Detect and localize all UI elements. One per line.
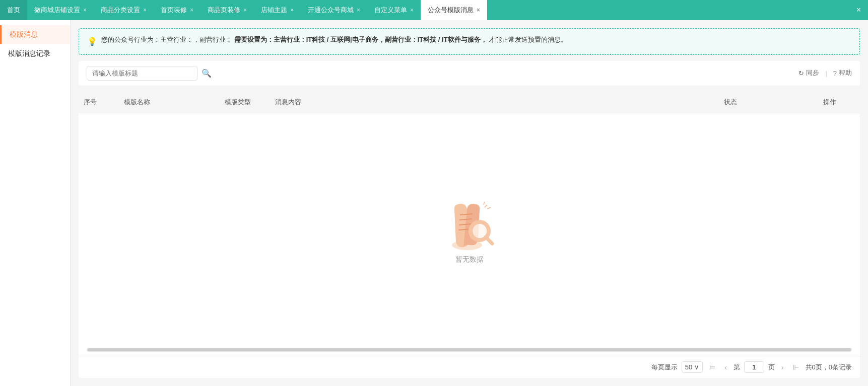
page-size-dropdown-icon: ∨ (694, 363, 699, 371)
empty-text: 暂无数据 (455, 255, 484, 264)
sidebar-item-0[interactable]: 模版消息 (0, 25, 70, 44)
search-right: ↻ 同步 | ? 帮助 (798, 68, 852, 78)
alert-text: 您的公众号行业为：主营行业：，副营行业： 需要设置为：主营行业：IT科技 / 互… (101, 35, 567, 45)
nav-close-8[interactable]: × (477, 7, 480, 14)
current-page-input[interactable]: 1 (744, 361, 764, 373)
alert-highlight: 需要设置为：主营行业：IT科技 / 互联网|电子商务，副营行业：IT科技 / I… (234, 36, 487, 43)
nav-item-8[interactable]: 公众号模版消息× (421, 0, 487, 20)
prev-page-button[interactable]: ‹ (722, 362, 729, 372)
nav-item-5[interactable]: 店铺主题× (254, 0, 301, 20)
alert-icon: 💡 (87, 35, 97, 48)
page-size-value: 50 (685, 363, 692, 371)
page-size-label: 每页显示 (651, 363, 678, 372)
nav-item-7[interactable]: 自定义菜单× (367, 0, 421, 20)
page-label-suffix: 页 (768, 363, 775, 372)
alert-text-after: 才能正常发送预置的消息。 (489, 36, 567, 43)
nav-close-6[interactable]: × (357, 7, 360, 14)
alert-text-before: 您的公众号行业为：主营行业：，副营行业： (101, 36, 232, 43)
first-page-button[interactable]: ⊨ (707, 362, 718, 372)
last-page-button[interactable]: ⊩ (790, 362, 802, 372)
table-container: 序号 模版名称 模版类型 消息内容 状态 操作 (79, 92, 860, 378)
svg-line-7 (486, 237, 492, 244)
divider: | (825, 69, 827, 77)
col-action: 操作 (799, 92, 860, 113)
svg-line-9 (487, 207, 491, 209)
search-left: 🔍 (87, 66, 212, 81)
sidebar: 模版消息模版消息记录 (0, 20, 71, 386)
nav-item-3[interactable]: 首页装修× (154, 0, 201, 20)
nav-close-1[interactable]: × (83, 7, 87, 14)
svg-line-8 (485, 205, 487, 207)
col-name: 模版名称 (119, 92, 220, 113)
nav-item-2[interactable]: 商品分类设置× (94, 0, 154, 20)
page-label-prefix: 第 (733, 363, 740, 372)
nav-close-7[interactable]: × (410, 7, 414, 14)
nav-item-1[interactable]: 微商城店铺设置× (27, 0, 94, 20)
alert-banner: 💡 您的公众号行业为：主营行业：，副营行业： 需要设置为：主营行业：IT科技 /… (79, 28, 860, 55)
scrollbar-thumb (88, 348, 851, 351)
sidebar-item-1[interactable]: 模版消息记录 (0, 44, 70, 63)
page-size-select[interactable]: 50 ∨ (682, 361, 703, 373)
nav-close-5[interactable]: × (290, 7, 294, 14)
search-button[interactable]: 🔍 (202, 68, 212, 78)
content-area: 💡 您的公众号行业为：主营行业：，副营行业： 需要设置为：主营行业：IT科技 /… (71, 20, 868, 386)
empty-illustration (439, 195, 500, 255)
col-content: 消息内容 (270, 92, 719, 113)
help-label: 帮助 (839, 68, 852, 78)
close-all-button[interactable]: × (849, 6, 868, 15)
next-page-button[interactable]: › (779, 362, 786, 372)
sync-button[interactable]: ↻ 同步 (798, 68, 819, 78)
pagination: 每页显示 50 ∨ ⊨ ‹ 第 1 页 › ⊩ 共0页，0条记录 (79, 356, 860, 378)
table-body-empty: 暂无数据 (79, 113, 860, 344)
horizontal-scrollbar[interactable] (87, 348, 852, 352)
help-button[interactable]: ? 帮助 (833, 68, 852, 78)
sync-label: 同步 (806, 68, 819, 78)
main-layout: 模版消息模版消息记录 💡 您的公众号行业为：主营行业：，副营行业： 需要设置为：… (0, 20, 868, 386)
nav-item-0[interactable]: 首页 (0, 0, 27, 20)
col-type: 模版类型 (220, 92, 270, 113)
sync-icon: ↻ (798, 69, 804, 77)
nav-item-6[interactable]: 开通公众号商城× (301, 0, 367, 20)
top-nav: 首页微商城店铺设置×商品分类设置×首页装修×商品页装修×店铺主题×开通公众号商城… (0, 0, 868, 20)
nav-item-4[interactable]: 商品页装修× (201, 0, 254, 20)
help-icon: ? (833, 69, 837, 77)
nav-close-4[interactable]: × (243, 7, 247, 14)
col-seq: 序号 (79, 92, 119, 113)
total-records-label: 共0页，0条记录 (806, 363, 852, 372)
table-header: 序号 模版名称 模版类型 消息内容 状态 操作 (79, 92, 860, 113)
nav-close-2[interactable]: × (143, 7, 147, 14)
svg-line-10 (484, 202, 485, 205)
col-status: 状态 (719, 92, 799, 113)
search-bar-container: 🔍 ↻ 同步 | ? 帮助 (79, 61, 860, 86)
search-input[interactable] (87, 66, 197, 81)
nav-close-3[interactable]: × (190, 7, 193, 14)
